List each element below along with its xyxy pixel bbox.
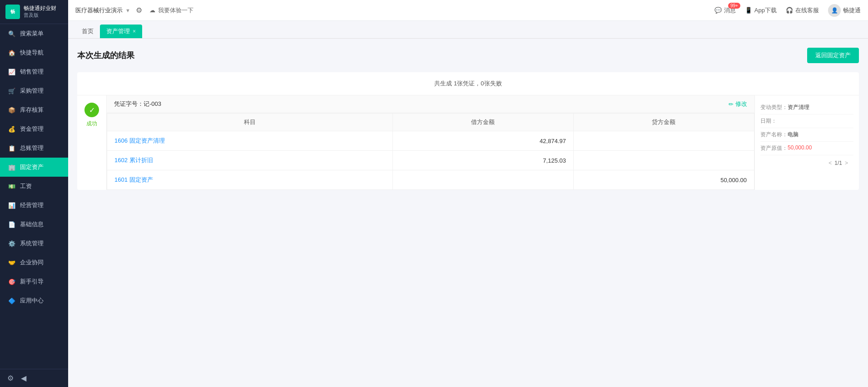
logo-text: 畅捷通好业财 [24, 5, 56, 12]
sidebar-item-purchase[interactable]: 🛒 采购管理 [0, 81, 68, 100]
info-value-asset-name: 电脑 [788, 131, 799, 139]
pagination-prev[interactable]: < [828, 160, 832, 166]
tab-home[interactable]: 首页 [75, 25, 100, 38]
pagination: < 1/1 > [760, 155, 853, 168]
edit-label: 修改 [735, 100, 747, 108]
sidebar-item-fixed-assets[interactable]: 🏢 固定资产 [0, 158, 68, 177]
return-button[interactable]: 返回固定资产 [807, 48, 859, 63]
system-icon: ⚙️ [7, 239, 16, 248]
info-label-asset-name: 资产名称： [760, 131, 788, 139]
sidebar-label-system: 系统管理 [20, 239, 44, 248]
company-name: 医疗器械行业演示 [75, 6, 123, 15]
app-center-icon: 🔷 [7, 296, 16, 305]
app-logo: 畅 畅捷通好业财 普及版 [0, 0, 68, 24]
sidebar-footer: ⚙ ◀ [0, 369, 68, 387]
status-cell: ✓ 成功 [77, 95, 107, 190]
sidebar-item-inventory[interactable]: 📦 库存核算 [0, 100, 68, 119]
row1-credit [573, 131, 754, 151]
page-title: 本次生成的结果 [77, 50, 134, 61]
success-text: 成功 [84, 120, 99, 128]
settings-footer-icon[interactable]: ⚙ [7, 374, 14, 382]
inventory-icon: 📦 [7, 105, 16, 114]
main-area: 医疗器械行业演示 ▼ ⚙ ☁ 我要体验一下 💬 消息 99+ 📱 App下载 🎧… [68, 0, 868, 387]
headset-icon: 🎧 [786, 7, 793, 14]
tab-asset-management[interactable]: 资产管理 × [100, 25, 142, 38]
sidebar-item-operations[interactable]: 📊 经营管理 [0, 196, 68, 215]
company-chevron-icon: ▼ [125, 8, 130, 13]
sidebar-label-app-center: 应用中心 [20, 297, 44, 305]
sidebar-label-basic-info: 基础信息 [20, 220, 44, 228]
sales-icon: 📈 [7, 67, 16, 76]
success-icon: ✓ [84, 103, 99, 117]
basic-info-icon: 📄 [7, 220, 16, 229]
header-right: 💬 消息 99+ 📱 App下载 🎧 在线客服 👤 畅捷通 [714, 4, 861, 17]
table-row: 1601 固定资产 50,000.00 [107, 170, 754, 190]
sidebar-label-enterprise: 企业协同 [20, 258, 44, 267]
message-button[interactable]: 💬 消息 99+ [714, 6, 736, 15]
info-asset-name: 资产名称： 电脑 [760, 128, 853, 142]
sidebar-item-quick-nav[interactable]: 🏠 快捷导航 [0, 43, 68, 62]
logo-sub: 普及版 [24, 12, 56, 19]
sidebar-item-search[interactable]: 🔍 搜索菜单 [0, 24, 68, 43]
cloud-icon: ☁ [149, 7, 155, 14]
voucher-main: 凭证字号：记-003 ✏ 修改 科目 借方金额 [107, 95, 754, 190]
top-header: 医疗器械行业演示 ▼ ⚙ ☁ 我要体验一下 💬 消息 99+ 📱 App下载 🎧… [68, 0, 868, 21]
page-header: 本次生成的结果 返回固定资产 [77, 48, 859, 63]
info-change-type: 变动类型： 资产清理 [760, 101, 853, 114]
sidebar-item-system[interactable]: ⚙️ 系统管理 [0, 234, 68, 253]
sidebar-label-guide: 新手引导 [20, 278, 44, 286]
page-content: 本次生成的结果 返回固定资产 共生成 1张凭证，0张失败 ✓ 成功 凭证字号：记… [68, 39, 868, 387]
app-download-button[interactable]: 📱 App下载 [745, 6, 777, 15]
voucher-table: 科目 借方金额 贷方金额 1606 固定资产清理 42,874.97 [107, 113, 754, 190]
enterprise-icon: 🤝 [7, 258, 16, 267]
sidebar-item-salary[interactable]: 💵 工资 [0, 177, 68, 196]
info-value-change-type: 资产清理 [788, 104, 809, 111]
sidebar-item-basic-info[interactable]: 📄 基础信息 [0, 215, 68, 234]
sidebar-item-guide[interactable]: 🎯 新手引导 [0, 272, 68, 291]
experience-button[interactable]: ☁ 我要体验一下 [149, 6, 193, 15]
operations-icon: 📊 [7, 201, 16, 210]
voucher-number: 凭证字号：记-003 [114, 100, 161, 108]
company-selector[interactable]: 医疗器械行业演示 ▼ [75, 6, 130, 15]
sidebar-item-app-center[interactable]: 🔷 应用中心 [0, 291, 68, 310]
customer-service-button[interactable]: 🎧 在线客服 [786, 6, 819, 15]
purchase-icon: 🛒 [7, 86, 16, 95]
sidebar-label-purchase: 采购管理 [20, 87, 44, 95]
col-header-subject: 科目 [107, 114, 393, 131]
guide-icon: 🎯 [7, 277, 16, 286]
tab-close-icon[interactable]: × [133, 28, 136, 35]
edit-button[interactable]: ✏ 修改 [729, 100, 747, 108]
sidebar-item-ledger[interactable]: 📋 总账管理 [0, 139, 68, 158]
sidebar-nav: 🔍 搜索菜单 🏠 快捷导航 📈 销售管理 🛒 采购管理 📦 库存核算 💰 资金管… [0, 24, 68, 369]
row3-debit [392, 170, 573, 190]
logo-icon: 畅 [5, 5, 20, 19]
sidebar-label-operations: 经营管理 [20, 201, 44, 209]
pagination-next[interactable]: > [845, 160, 848, 166]
home-icon: 🏠 [7, 48, 16, 57]
user-avatar: 👤 [828, 4, 841, 17]
sidebar-label-fixed-assets: 固定资产 [20, 163, 44, 171]
table-row: 1606 固定资产清理 42,874.97 [107, 131, 754, 151]
sidebar-item-enterprise[interactable]: 🤝 企业协同 [0, 253, 68, 272]
col-header-debit: 借方金额 [392, 114, 573, 131]
row1-debit: 42,874.97 [392, 131, 573, 151]
fixed-assets-icon: 🏢 [7, 163, 16, 172]
sidebar-label-search: 搜索菜单 [20, 30, 44, 38]
info-label-asset-value: 资产原值： [760, 144, 788, 152]
user-profile[interactable]: 👤 畅捷通 [828, 4, 861, 17]
collapse-sidebar-icon[interactable]: ◀ [21, 374, 26, 382]
sidebar-item-sales[interactable]: 📈 销售管理 [0, 62, 68, 81]
sidebar-label-sales: 销售管理 [20, 68, 44, 76]
result-card: 共生成 1张凭证，0张失败 ✓ 成功 凭证字号：记-003 ✏ 修 [77, 72, 859, 190]
row3-subject: 1601 固定资产 [107, 170, 393, 190]
sidebar: 畅 畅捷通好业财 普及版 🔍 搜索菜单 🏠 快捷导航 📈 销售管理 🛒 采购管理… [0, 0, 68, 387]
header-settings-icon[interactable]: ⚙ [136, 6, 142, 15]
voucher-table-wrapper: 科目 借方金额 贷方金额 1606 固定资产清理 42,874.97 [107, 113, 754, 190]
tab-bar: 首页 资产管理 × [68, 21, 868, 39]
row3-credit: 50,000.00 [573, 170, 754, 190]
sidebar-label-quick-nav: 快捷导航 [20, 49, 44, 57]
voucher-header-bar: 凭证字号：记-003 ✏ 修改 [107, 95, 754, 113]
voucher-container: ✓ 成功 凭证字号：记-003 ✏ 修改 [77, 95, 859, 190]
sidebar-item-finance[interactable]: 💰 资金管理 [0, 119, 68, 139]
download-icon: 📱 [745, 7, 752, 14]
